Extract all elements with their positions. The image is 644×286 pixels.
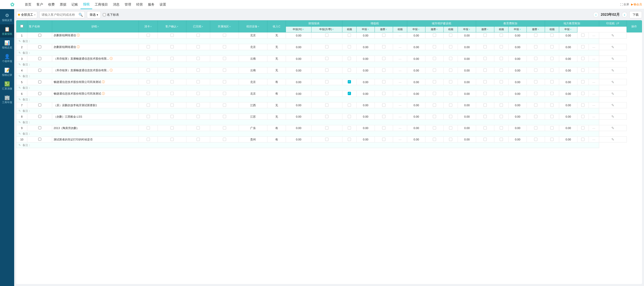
clear-card-checkbox[interactable]	[170, 45, 174, 48]
paid-tax-checkbox[interactable]	[223, 33, 226, 37]
sidebar-item-tax-record[interactable]: 📝 报税记录	[0, 65, 14, 79]
row-select-checkbox[interactable]	[38, 138, 41, 141]
nav-home[interactable]: 首页	[22, 0, 34, 9]
client-confirm-checkbox[interactable]	[197, 45, 200, 48]
sidebar-item-tax-settings[interactable]: ⚙ 报税设置	[0, 11, 14, 24]
annual-checkbox[interactable]	[325, 115, 328, 118]
month-empty-checkbox[interactable]	[348, 115, 351, 118]
month-empty-checkbox[interactable]	[348, 68, 351, 72]
annual-checkbox[interactable]	[325, 126, 328, 130]
month-empty-checkbox[interactable]	[348, 33, 351, 37]
row-select-checkbox[interactable]	[38, 69, 41, 72]
paid-tax-checkbox[interactable]	[223, 115, 226, 118]
edit-icon[interactable]: ✎	[611, 103, 614, 107]
month-empty-checkbox[interactable]	[348, 57, 351, 60]
client-confirm-checkbox[interactable]	[197, 80, 200, 83]
nav-invoice[interactable]: 票据	[57, 0, 69, 9]
month-empty-checkbox[interactable]	[348, 138, 351, 141]
download-button[interactable]: 下载	[629, 11, 642, 18]
nav-service[interactable]: 服务	[145, 0, 157, 9]
client-confirm-checkbox[interactable]	[197, 126, 200, 130]
month-checked-checkbox[interactable]	[348, 92, 351, 95]
annual-checkbox[interactable]	[325, 92, 328, 95]
row-select-checkbox[interactable]	[38, 34, 41, 37]
edit-icon[interactable]: ✎	[611, 80, 614, 84]
row-select-checkbox[interactable]	[38, 126, 41, 129]
paid-tax-checkbox[interactable]	[223, 92, 226, 95]
nav-operation[interactable]: 经营	[134, 0, 145, 9]
nav-tax[interactable]: 报税	[81, 0, 92, 9]
clear-card-checkbox[interactable]	[170, 80, 174, 83]
name-checkbox[interactable]	[103, 13, 106, 16]
edit-icon[interactable]: ✎	[611, 68, 614, 73]
nav-business[interactable]: 工商项目	[92, 0, 110, 9]
client-confirm-checkbox[interactable]	[197, 57, 200, 60]
client-confirm-checkbox[interactable]	[197, 103, 200, 107]
nav-customer[interactable]: 客户	[34, 0, 46, 9]
month-empty-checkbox[interactable]	[348, 126, 351, 130]
row-select-checkbox[interactable]	[38, 57, 41, 60]
edit-icon[interactable]: ✎	[611, 115, 614, 119]
paid-tax-checkbox[interactable]	[223, 126, 226, 130]
sidebar-item-annual-report[interactable]: 🏢 工商年报	[0, 93, 14, 106]
edit-icon[interactable]: ✎	[611, 57, 614, 61]
nav-manage[interactable]: 管理	[122, 0, 134, 9]
edit-icon[interactable]: ✎	[611, 92, 614, 96]
clear-card-checkbox[interactable]	[170, 57, 174, 60]
copy-tax-checkbox[interactable]	[147, 126, 150, 130]
sidebar-item-batch-tax[interactable]: 📋 批量报税	[0, 24, 14, 38]
nav-accounting[interactable]: 记账	[69, 0, 81, 9]
next-month-btn[interactable]: ›	[622, 12, 627, 17]
client-confirm-checkbox[interactable]	[197, 115, 200, 118]
nav-billing[interactable]: 收费	[46, 0, 57, 9]
annual-checkbox[interactable]	[325, 103, 328, 107]
paid-tax-checkbox[interactable]	[223, 57, 226, 60]
select-all-checkbox[interactable]	[20, 25, 23, 28]
annual-checkbox[interactable]	[325, 80, 328, 83]
month-empty-checkbox[interactable]	[348, 45, 351, 48]
filter-button[interactable]: 筛选 ▾	[87, 11, 101, 18]
copy-tax-checkbox[interactable]	[147, 138, 150, 141]
edit-icon[interactable]: ✎	[611, 45, 614, 49]
employee-filter[interactable]: 全部员工 ▾	[16, 11, 37, 18]
nav-message[interactable]: 消息	[110, 0, 122, 9]
copy-tax-checkbox[interactable]	[147, 33, 150, 37]
copy-tax-checkbox[interactable]	[147, 45, 150, 48]
edit-icon[interactable]: ✎	[611, 137, 614, 141]
nav-settings[interactable]: 设置	[157, 0, 169, 9]
paid-tax-checkbox[interactable]	[223, 68, 226, 72]
clear-card-checkbox[interactable]	[170, 138, 174, 141]
prev-month-btn[interactable]: ‹	[593, 12, 599, 17]
copy-tax-checkbox[interactable]	[147, 92, 150, 95]
copy-tax-checkbox[interactable]	[147, 68, 150, 72]
month-checked-checkbox[interactable]	[348, 80, 351, 83]
row-select-checkbox[interactable]	[38, 103, 41, 106]
row-select-checkbox[interactable]	[38, 115, 41, 118]
sidebar-item-tax-overview[interactable]: 📊 报税总览	[0, 38, 14, 51]
edit-icon[interactable]: ✎	[611, 33, 614, 38]
paid-tax-checkbox[interactable]	[223, 45, 226, 48]
row-select-checkbox[interactable]	[38, 92, 41, 95]
client-confirm-checkbox[interactable]	[197, 33, 200, 37]
row-select-checkbox[interactable]	[38, 45, 41, 48]
client-confirm-checkbox[interactable]	[197, 138, 200, 141]
search-input[interactable]	[39, 11, 85, 18]
name-checkbox-label[interactable]: 名下标表	[103, 13, 119, 17]
annual-checkbox[interactable]	[325, 45, 328, 48]
clear-card-checkbox[interactable]	[170, 103, 174, 107]
copy-tax-checkbox[interactable]	[147, 57, 150, 60]
clear-card-checkbox[interactable]	[170, 115, 174, 118]
copy-tax-checkbox[interactable]	[147, 103, 150, 107]
annual-checkbox[interactable]	[325, 57, 328, 60]
member-btn[interactable]: ▶ 畅会员	[631, 3, 642, 6]
clear-card-checkbox[interactable]	[170, 33, 174, 37]
paid-tax-checkbox[interactable]	[223, 103, 226, 107]
paid-tax-checkbox[interactable]	[223, 80, 226, 83]
annual-checkbox[interactable]	[325, 68, 328, 72]
annual-checkbox[interactable]	[325, 33, 328, 37]
sidebar-item-personal-tax[interactable]: 👤 个税申报	[0, 52, 14, 65]
edit-icon[interactable]: ✎	[611, 126, 614, 130]
month-empty-checkbox[interactable]	[348, 103, 351, 107]
clear-card-checkbox[interactable]	[170, 126, 174, 130]
fullscreen-btn[interactable]: ⛶ 全屏	[620, 3, 629, 6]
